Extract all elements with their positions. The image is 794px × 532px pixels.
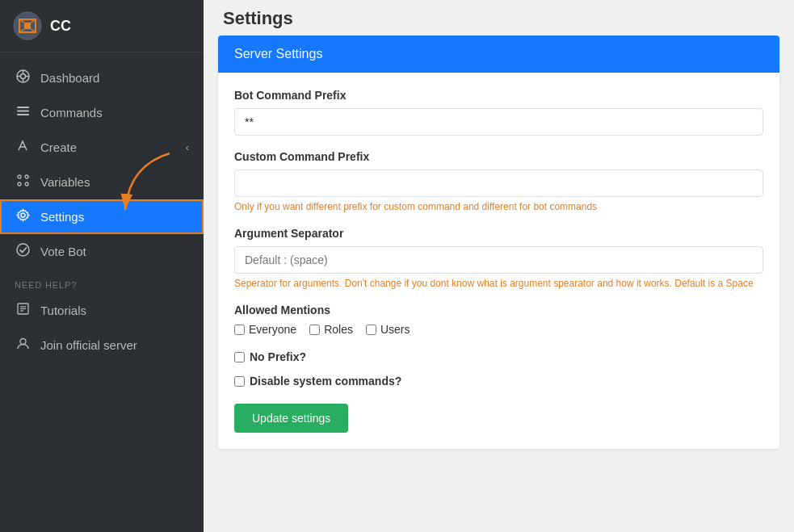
no-prefix-label: No Prefix? bbox=[250, 350, 306, 363]
svg-point-20 bbox=[25, 182, 28, 186]
custom-command-prefix-group: Custom Command Prefix Only if you want d… bbox=[234, 150, 763, 212]
allowed-mentions-group: Allowed Mentions Everyone Roles Users bbox=[234, 304, 763, 336]
roles-checkbox-item[interactable]: Roles bbox=[309, 323, 353, 336]
custom-command-prefix-input[interactable] bbox=[234, 170, 763, 197]
users-checkbox-item[interactable]: Users bbox=[366, 323, 410, 336]
variables-icon bbox=[15, 174, 31, 191]
sidebar-item-settings[interactable]: Settings bbox=[0, 199, 204, 234]
commands-icon bbox=[15, 104, 31, 121]
svg-point-27 bbox=[20, 339, 26, 345]
sidebar-item-tutorials-label: Tutorials bbox=[40, 304, 86, 317]
sidebar-item-settings-label: Settings bbox=[40, 210, 84, 224]
sidebar-item-variables[interactable]: Variables bbox=[0, 165, 204, 199]
sidebar-item-join-official-server-label: Join official server bbox=[40, 338, 137, 352]
bot-command-prefix-group: Bot Command Prefix bbox=[234, 89, 763, 136]
page-title: Settings bbox=[204, 0, 794, 36]
argument-separator-hint: Seperator for arguments. Don't change if… bbox=[234, 278, 763, 289]
roles-checkbox[interactable] bbox=[309, 325, 320, 335]
allowed-mentions-label: Allowed Mentions bbox=[234, 304, 763, 316]
sidebar-item-create-label: Create bbox=[40, 140, 77, 154]
svg-point-22 bbox=[17, 244, 29, 256]
sidebar-item-vote-bot[interactable]: Vote Bot bbox=[0, 234, 204, 269]
svg-point-18 bbox=[25, 175, 28, 178]
disable-system-commands-label: Disable system commands? bbox=[250, 375, 401, 387]
main-content: Settings Server Settings Bot Command Pre… bbox=[204, 0, 794, 532]
sidebar-item-create[interactable]: Create ‹ bbox=[0, 130, 204, 165]
no-prefix-checkbox[interactable] bbox=[234, 352, 245, 362]
argument-separator-input[interactable] bbox=[234, 246, 763, 274]
update-settings-button[interactable]: Update settings bbox=[234, 404, 348, 433]
everyone-checkbox-item[interactable]: Everyone bbox=[234, 323, 296, 336]
no-prefix-row: No Prefix? bbox=[234, 350, 763, 363]
users-label: Users bbox=[380, 323, 410, 336]
sidebar-item-dashboard-label: Dashboard bbox=[40, 71, 99, 85]
settings-card: Server Settings Bot Command Prefix Custo… bbox=[218, 36, 779, 449]
bot-command-prefix-input[interactable] bbox=[234, 108, 763, 136]
allowed-mentions-checkboxes: Everyone Roles Users bbox=[234, 323, 763, 336]
custom-command-prefix-label: Custom Command Prefix bbox=[234, 150, 763, 163]
sidebar-item-vote-bot-label: Vote Bot bbox=[40, 245, 86, 258]
argument-separator-group: Argument Separator Seperator for argumen… bbox=[234, 227, 763, 289]
join-server-icon bbox=[15, 337, 31, 354]
disable-system-commands-row: Disable system commands? bbox=[234, 375, 763, 387]
svg-point-21 bbox=[21, 213, 25, 217]
svg-point-19 bbox=[18, 182, 21, 186]
custom-command-hint: Only if you want different prefix for cu… bbox=[234, 201, 763, 212]
sidebar-header: CC bbox=[0, 0, 204, 52]
svg-marker-2 bbox=[24, 23, 31, 29]
vote-bot-icon bbox=[15, 243, 31, 260]
create-icon bbox=[15, 139, 31, 156]
need-help-label: NEED HELP? bbox=[0, 269, 204, 293]
settings-icon bbox=[15, 208, 31, 225]
sidebar-item-commands[interactable]: Commands bbox=[0, 95, 204, 130]
dashboard-icon bbox=[15, 69, 31, 86]
roles-label: Roles bbox=[324, 323, 353, 336]
app-title: CC bbox=[50, 18, 71, 35]
sidebar: CC Dashboard bbox=[0, 0, 204, 532]
svg-rect-15 bbox=[17, 114, 29, 115]
bot-command-prefix-label: Bot Command Prefix bbox=[234, 89, 763, 102]
everyone-label: Everyone bbox=[249, 323, 296, 336]
create-chevron-icon: ‹ bbox=[186, 141, 189, 153]
tutorials-icon bbox=[15, 302, 31, 319]
disable-system-commands-checkbox[interactable] bbox=[234, 376, 245, 387]
card-header: Server Settings bbox=[218, 36, 779, 73]
svg-rect-13 bbox=[17, 107, 29, 108]
sidebar-item-join-official-server[interactable]: Join official server bbox=[0, 328, 204, 362]
svg-rect-14 bbox=[17, 111, 29, 112]
card-body: Bot Command Prefix Custom Command Prefix… bbox=[218, 73, 779, 449]
svg-point-17 bbox=[18, 175, 21, 178]
sidebar-item-variables-label: Variables bbox=[40, 175, 90, 189]
users-checkbox[interactable] bbox=[366, 325, 376, 335]
svg-point-8 bbox=[20, 74, 25, 79]
everyone-checkbox[interactable] bbox=[234, 325, 245, 335]
app-logo bbox=[13, 11, 42, 40]
sidebar-nav: Dashboard Commands Create ‹ bbox=[0, 52, 204, 532]
sidebar-item-dashboard[interactable]: Dashboard bbox=[0, 61, 204, 95]
sidebar-item-commands-label: Commands bbox=[40, 106, 103, 119]
sidebar-item-tutorials[interactable]: Tutorials bbox=[0, 293, 204, 328]
argument-separator-label: Argument Separator bbox=[234, 227, 763, 240]
